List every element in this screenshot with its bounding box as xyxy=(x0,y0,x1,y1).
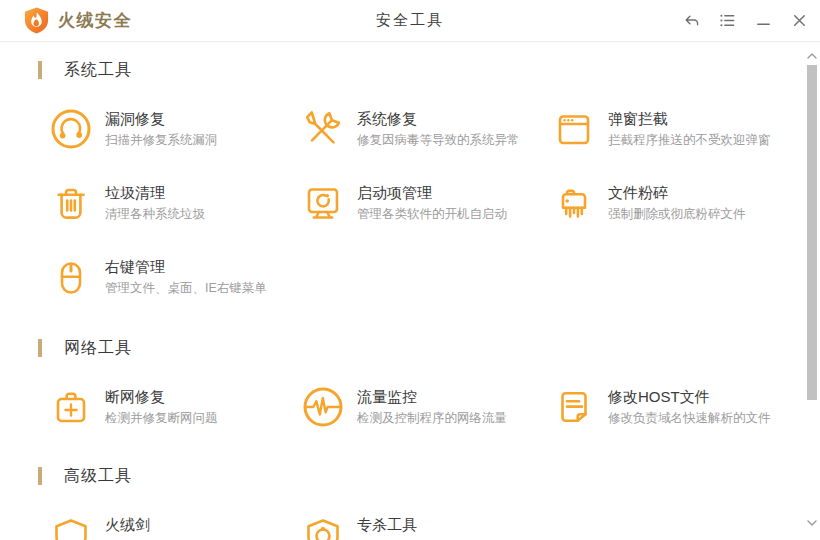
system-repair-icon xyxy=(301,107,345,151)
host-file-icon xyxy=(552,385,596,429)
tool-card-popup-blocker[interactable]: 弹窗拦截 拦截程序推送的不受欢迎弹窗 xyxy=(552,107,820,151)
file-shredder-icon xyxy=(552,181,596,225)
section-title: 系统工具 xyxy=(64,60,132,81)
tool-card-traffic-monitor[interactable]: 流量监控 检测及控制程序的网络流量 xyxy=(301,385,552,429)
tool-card-file-shredder[interactable]: 文件粉碎 强制删除或彻底粉碎文件 xyxy=(552,181,820,225)
shield-flame-logo xyxy=(23,6,50,35)
tool-name: 修改HOST文件 xyxy=(608,388,771,406)
tool-card-system-repair[interactable]: 系统修复 修复因病毒等导致的系统异常 xyxy=(301,107,552,151)
titlebar: 火绒安全 安全工具 xyxy=(0,0,820,42)
tool-section: 高级工具 火绒剑 专杀工具 xyxy=(0,466,820,540)
tool-card-context-menu-manager[interactable]: 右键管理 管理文件、桌面、IE右键菜单 xyxy=(49,255,301,299)
tool-desc: 拦截程序推送的不受欢迎弹窗 xyxy=(608,132,771,148)
tools-page: 系统工具 漏洞修复 扫描并修复系统漏洞 系统修复 修复因病毒等导致的系统异常 弹… xyxy=(0,60,820,540)
tool-name: 文件粉碎 xyxy=(608,184,746,202)
network-repair-icon xyxy=(49,385,93,429)
scrollbar-thumb[interactable] xyxy=(807,65,817,400)
section-accent-bar xyxy=(38,61,42,79)
tool-card-startup-manager[interactable]: 启动项管理 管理各类软件的开机自启动 xyxy=(301,181,552,225)
traffic-monitor-icon xyxy=(301,385,345,429)
tool-desc: 扫描并修复系统漏洞 xyxy=(105,132,218,148)
tool-desc: 清理各种系统垃圾 xyxy=(105,206,205,222)
section-header: 系统工具 xyxy=(38,60,820,80)
tool-name: 流量监控 xyxy=(357,388,507,406)
tool-name: 专杀工具 xyxy=(357,516,417,534)
context-menu-manager-icon xyxy=(49,255,93,299)
startup-manager-icon xyxy=(301,181,345,225)
tool-desc: 修改负责域名快速解析的文件 xyxy=(608,410,771,426)
tool-card-vulnerability-fix[interactable]: 漏洞修复 扫描并修复系统漏洞 xyxy=(49,107,301,151)
sword-shield-icon xyxy=(49,513,93,540)
tool-name: 火绒剑 xyxy=(105,516,150,534)
tool-card-sword-shield[interactable]: 火绒剑 xyxy=(49,513,301,540)
tool-desc: 强制删除或彻底粉碎文件 xyxy=(608,206,746,222)
tool-grid: 漏洞修复 扫描并修复系统漏洞 系统修复 修复因病毒等导致的系统异常 弹窗拦截 拦… xyxy=(49,107,820,299)
section-title: 高级工具 xyxy=(64,466,132,487)
tool-desc: 修复因病毒等导致的系统异常 xyxy=(357,132,520,148)
vulnerability-fix-icon xyxy=(49,107,93,151)
menu-list-icon[interactable] xyxy=(718,11,737,30)
tool-name: 启动项管理 xyxy=(357,184,507,202)
tool-name: 右键管理 xyxy=(105,258,267,276)
app-name: 火绒安全 xyxy=(58,9,132,32)
tool-desc: 检测及控制程序的网络流量 xyxy=(357,410,507,426)
chevron-down-icon[interactable] xyxy=(806,519,818,527)
popup-blocker-icon xyxy=(552,107,596,151)
tool-name: 断网修复 xyxy=(105,388,218,406)
tool-name: 垃圾清理 xyxy=(105,184,205,202)
back-icon[interactable] xyxy=(682,11,701,30)
tool-grid: 断网修复 检测并修复断网问题 流量监控 检测及控制程序的网络流量 修改HOST文… xyxy=(49,385,820,429)
app-brand: 火绒安全 xyxy=(23,6,132,35)
tool-desc: 管理文件、桌面、IE右键菜单 xyxy=(105,280,267,296)
section-title: 网络工具 xyxy=(64,338,132,359)
scrollbar xyxy=(805,44,819,540)
page-title: 安全工具 xyxy=(376,11,444,30)
tool-card-host-file[interactable]: 修改HOST文件 修改负责域名快速解析的文件 xyxy=(552,385,820,429)
tool-desc: 检测并修复断网问题 xyxy=(105,410,218,426)
minimize-icon[interactable] xyxy=(754,11,773,30)
tool-name: 弹窗拦截 xyxy=(608,110,771,128)
tool-card-network-repair[interactable]: 断网修复 检测并修复断网问题 xyxy=(49,385,301,429)
close-icon[interactable] xyxy=(790,11,809,30)
tool-grid: 火绒剑 专杀工具 xyxy=(49,513,820,540)
section-header: 网络工具 xyxy=(38,338,820,358)
tool-card-killer-tool[interactable]: 专杀工具 xyxy=(301,513,552,540)
section-accent-bar xyxy=(38,467,42,485)
window-controls xyxy=(682,0,809,41)
tool-desc: 管理各类软件的开机自启动 xyxy=(357,206,507,222)
tool-name: 系统修复 xyxy=(357,110,520,128)
tool-name: 漏洞修复 xyxy=(105,110,218,128)
tool-card-junk-clean[interactable]: 垃圾清理 清理各种系统垃圾 xyxy=(49,181,301,225)
tool-section: 网络工具 断网修复 检测并修复断网问题 流量监控 检测及控制程序的网络流量 修改… xyxy=(0,338,820,429)
killer-tool-icon xyxy=(301,513,345,540)
chevron-up-icon[interactable] xyxy=(806,52,818,60)
junk-clean-icon xyxy=(49,181,93,225)
tool-section: 系统工具 漏洞修复 扫描并修复系统漏洞 系统修复 修复因病毒等导致的系统异常 弹… xyxy=(0,60,820,299)
section-accent-bar xyxy=(38,339,42,357)
section-header: 高级工具 xyxy=(38,466,820,486)
